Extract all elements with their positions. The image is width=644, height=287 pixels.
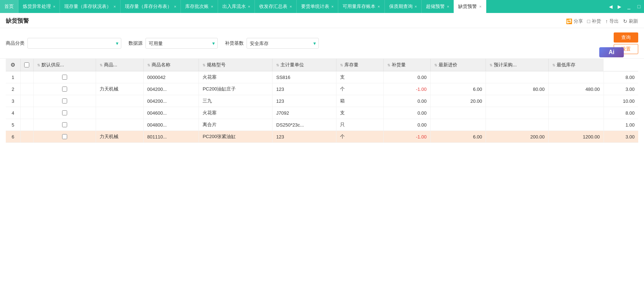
th-product-code: ⇅ 商品...	[96, 59, 143, 71]
row-product-name: 火花塞	[199, 71, 273, 83]
tab-overstock-close[interactable]: ×	[447, 4, 449, 9]
tab-maximize-btn[interactable]: □	[634, 0, 644, 13]
th-min-stock-label: 最低库存	[557, 62, 575, 68]
gear-icon[interactable]: ⚙	[10, 62, 15, 68]
row-stock: 0.00	[383, 71, 430, 83]
tab-inout[interactable]: 出入库流水 ×	[218, 0, 255, 13]
category-select-wrap	[27, 38, 121, 49]
tab-collect-close[interactable]: ×	[290, 4, 292, 9]
tab-requisition[interactable]: 要货单统计表 ×	[297, 0, 338, 13]
share-button[interactable]: 🔁 分享	[566, 18, 583, 25]
row-spec: DS250*23c...	[273, 119, 336, 131]
row-checkbox-cell	[33, 71, 96, 83]
row-stock: -1.00	[383, 83, 430, 95]
row-min-stock: 3.00	[604, 131, 638, 143]
tab-shortage-label: 缺货预警	[458, 3, 477, 10]
row-latest-price	[486, 71, 548, 83]
refresh-button[interactable]: ↻ 刷新	[623, 18, 638, 25]
header-actions: 🔁 分享 □ 补货 ↑ 导出 ↻ 刷新	[566, 18, 638, 25]
th-product-name: ⇅ 商品名称	[143, 59, 199, 71]
row-gear-cell	[20, 71, 33, 83]
row-checkbox[interactable]	[62, 110, 67, 115]
tab-next-btn[interactable]: ▶	[615, 0, 624, 13]
tab-abnormal[interactable]: 炼货异常处理 ×	[18, 0, 60, 13]
tab-abnormal-close[interactable]: ×	[53, 4, 55, 9]
export-button[interactable]: ↑ 导出	[605, 18, 619, 25]
data-table: ⚙ ⇅ 默认供应...	[6, 59, 638, 143]
table-row: 6 力天机械 801110... PC200张紧油缸 123 个 -1.00 6…	[6, 131, 638, 143]
row-checkbox[interactable]	[62, 122, 67, 127]
tab-stock-dist[interactable]: 现存量（库存分布表） ×	[121, 0, 181, 13]
tab-prev-btn[interactable]: ◀	[606, 0, 615, 13]
row-latest-price	[486, 95, 548, 107]
filter-bar: 商品分类 数据源 可用量 补货基数 安全库存	[0, 28, 644, 59]
row-spec: J7092	[273, 107, 336, 119]
row-checkbox-cell	[33, 95, 96, 107]
tab-stock-status[interactable]: 现存量（库存状况表） ×	[60, 0, 120, 13]
tab-inout-close[interactable]: ×	[248, 4, 250, 9]
th-replenish: ⇅ 补货量	[383, 59, 430, 71]
th-unit: ⇅ 主计量单位	[273, 59, 336, 71]
page-header: 缺货预警 🔁 分享 □ 补货 ↑ 导出 ↻ 刷新	[0, 13, 644, 28]
sort-icon-estimated-purchase: ⇅	[489, 63, 492, 67]
tab-expiry[interactable]: 保质期查询 ×	[385, 0, 422, 13]
replenish-base-select[interactable]: 安全库存	[247, 38, 319, 49]
row-product-code: 004800...	[143, 119, 199, 131]
tab-available-close[interactable]: ×	[378, 4, 380, 9]
tab-home[interactable]: 首页	[0, 0, 18, 13]
tab-stock-status-close[interactable]: ×	[113, 4, 116, 9]
row-checkbox[interactable]	[62, 87, 67, 92]
sort-icon-latest-price: ⇅	[434, 63, 437, 67]
tab-stock-dist-close[interactable]: ×	[174, 4, 176, 9]
tab-batch-close[interactable]: ×	[211, 4, 213, 9]
tab-collect[interactable]: 收发存汇总表 ×	[255, 0, 296, 13]
ai-label: Ai	[609, 49, 614, 56]
row-checkbox[interactable]	[62, 75, 67, 80]
row-gear-cell	[20, 95, 33, 107]
th-product-code-label: 商品...	[104, 62, 117, 68]
datasource-select[interactable]: 可用量	[145, 38, 218, 49]
table-row: 3 004200... 三九 123 箱 0.00 20.00 10.00	[6, 95, 638, 107]
category-select[interactable]	[27, 38, 121, 49]
row-min-stock: 8.00	[604, 107, 638, 119]
tab-overstock[interactable]: 超储预警 ×	[422, 0, 454, 13]
replenish-button[interactable]: □ 补货	[587, 18, 601, 25]
tab-requisition-close[interactable]: ×	[331, 4, 334, 9]
tab-expiry-close[interactable]: ×	[415, 4, 417, 9]
tab-inout-label: 出入库流水	[222, 3, 246, 10]
tab-available[interactable]: 可用量库存账本 ×	[338, 0, 384, 13]
datasource-label: 数据源	[129, 40, 143, 47]
replenish-base-filter-group: 补货基数 安全库存	[225, 38, 319, 49]
row-product-code: 801110...	[143, 131, 199, 143]
row-estimated-purchase	[548, 71, 604, 83]
tab-minimize-btn[interactable]: ⎯	[624, 0, 634, 13]
row-supplier	[96, 107, 143, 119]
th-product-name-label: 商品名称	[152, 62, 170, 68]
tab-shortage[interactable]: 缺货预警 ×	[454, 0, 486, 13]
row-latest-price	[486, 119, 548, 131]
row-spec: SS816	[273, 71, 336, 83]
ai-badge[interactable]: Ai	[599, 47, 624, 57]
datasource-select-wrap: 可用量	[145, 38, 218, 49]
replenish-base-label: 补货基数	[225, 40, 244, 47]
row-product-name: PC200油缸庄子	[199, 83, 273, 95]
th-estimated-purchase-label: 预计采购...	[494, 62, 517, 68]
row-gear-cell	[20, 119, 33, 131]
tab-shortage-close[interactable]: ×	[479, 4, 481, 9]
tab-batch[interactable]: 库存批次账 ×	[181, 0, 218, 13]
tab-requisition-label: 要货单统计表	[301, 3, 329, 10]
sort-icon-spec: ⇅	[203, 63, 205, 67]
row-checkbox[interactable]	[62, 98, 67, 103]
select-all-checkbox[interactable]	[24, 62, 29, 67]
table-header-row: ⚙ ⇅ 默认供应...	[6, 59, 638, 71]
sort-icon-product-name: ⇅	[147, 63, 150, 67]
tab-home-label: 首页	[4, 3, 14, 10]
query-button[interactable]: 查询	[614, 32, 638, 43]
table-row: 4 004600... 火花塞 J7092 支 0.00 8.00	[6, 107, 638, 119]
row-unit: 箱	[336, 95, 383, 107]
row-checkbox[interactable]	[62, 134, 67, 139]
row-checkbox-cell	[33, 131, 96, 143]
share-icon: 🔁	[566, 18, 572, 24]
row-product-name: PC200张紧油缸	[199, 131, 273, 143]
row-replenish: 20.00	[430, 95, 486, 107]
